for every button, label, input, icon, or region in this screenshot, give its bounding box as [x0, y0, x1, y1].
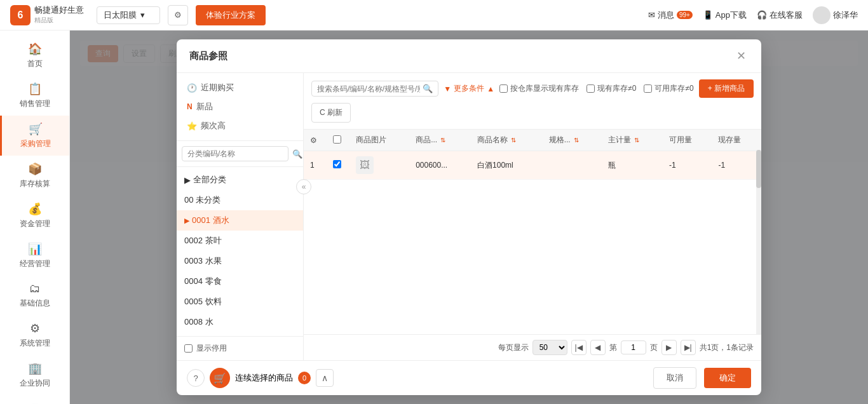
store-selector[interactable]: 日太阳膜 ▾ [97, 6, 160, 24]
cat-all-label: 全部分类 [193, 174, 226, 185]
cart-text: 连续选择的商品 [235, 372, 293, 384]
th-spec[interactable]: 规格... ⇅ [543, 130, 602, 151]
help-button[interactable]: ? [187, 369, 205, 387]
sidebar-item-enterprise[interactable]: 🏢 企业协同 [0, 355, 69, 395]
sidebar-item-guide[interactable]: 📖 新手引导 [0, 395, 69, 404]
search-submit-icon[interactable]: 🔍 [423, 84, 433, 93]
th-available-label: 可用量 [669, 135, 692, 144]
product-table-area: ⚙ 商品图片 商品... ⇅ [304, 130, 761, 334]
scrollbar-thumb [756, 150, 761, 188]
sidebar-label-inventory: 库存核算 [20, 178, 50, 189]
new-icon: N [187, 102, 193, 111]
app-download-button[interactable]: 📱 App下载 [703, 10, 747, 21]
row-select-checkbox[interactable] [333, 160, 341, 168]
warehouse-checkbox[interactable] [499, 84, 508, 93]
enterprise-icon: 🏢 [28, 361, 42, 375]
cat-0004[interactable]: 0004 零食 [177, 271, 303, 292]
th-unit-label: 主计量 [608, 135, 631, 144]
th-settings[interactable]: ⚙ [304, 130, 327, 151]
available-ne0-checkbox[interactable] [644, 84, 652, 93]
product-search-input[interactable] [317, 84, 420, 93]
table-row[interactable]: 1 🖼 000600... 白酒100ml [304, 151, 761, 180]
settings-button[interactable]: ⚙ [168, 5, 188, 25]
user-menu[interactable]: 徐泽华 [813, 6, 858, 24]
th-checkbox [327, 130, 349, 151]
table-body: 1 🖼 000600... 白酒100ml [304, 151, 761, 180]
sidebar-item-basic[interactable]: 🗂 基础信息 [0, 276, 69, 315]
logo-icon: 6 [10, 5, 31, 25]
content-area: 查询 设置 刷新 商品参照 ✕ [70, 30, 868, 404]
collapse-cart-button[interactable]: ∧ [316, 369, 334, 387]
page-size-select[interactable]: 50 100 200 [532, 340, 567, 355]
cat-0002[interactable]: 0002 茶叶 [177, 231, 303, 251]
system-icon: ⚙ [30, 321, 40, 335]
stock-ne0-checkbox[interactable] [587, 84, 595, 93]
sidebar-label-operation: 经营管理 [20, 259, 50, 269]
sidebar-item-home[interactable]: 🏠 首页 [0, 36, 69, 76]
row-spec [543, 151, 602, 180]
image-placeholder: 🖼 [360, 159, 370, 171]
th-spec-label: 规格... [549, 135, 571, 144]
sidebar-item-sales[interactable]: 📋 销售管理 [0, 76, 69, 116]
page-number-input[interactable] [621, 340, 646, 354]
product-thumbnail: 🖼 [356, 156, 374, 174]
new-product-link[interactable]: N 新品 [182, 97, 298, 116]
cat-0005[interactable]: 0005 饮料 [177, 292, 303, 312]
add-product-button[interactable]: + 新增商品 [699, 79, 754, 98]
guide-icon: 📖 [28, 401, 42, 404]
cancel-button[interactable]: 取消 [653, 367, 696, 389]
first-page-button[interactable]: |◀ [571, 340, 587, 355]
trial-button[interactable]: 体验行业方案 [196, 5, 266, 25]
cat-all[interactable]: ▶ 全部分类 [177, 170, 303, 190]
search-icon[interactable]: 🔍 [292, 149, 302, 159]
sidebar-item-finance[interactable]: 💰 资金管理 [0, 196, 69, 236]
refresh-button[interactable]: C 刷新 [311, 103, 351, 123]
logo: 6 畅捷通好生意 精品版 [10, 5, 84, 25]
th-name[interactable]: 商品名称 ⇅ [471, 130, 543, 151]
headset-icon: 🎧 [757, 10, 767, 20]
table-toolbar: 🔍 ▼ 更多条件 ▲ 按仓库显示现有库存 [304, 73, 761, 130]
recent-purchase-link[interactable]: 🕐 近期购买 [182, 78, 298, 97]
sidebar-item-inventory[interactable]: 📦 库存核算 [0, 156, 69, 196]
vertical-scrollbar[interactable] [756, 150, 761, 334]
app-icon: 📱 [703, 10, 713, 20]
main-layout: 🏠 首页 📋 销售管理 🛒 采购管理 📦 库存核算 💰 资金管理 📊 经营管理 … [0, 30, 868, 404]
cat-0003[interactable]: 0003 水果 [177, 251, 303, 271]
th-code[interactable]: 商品... ⇅ [409, 130, 471, 151]
collapse-button[interactable]: « [296, 179, 311, 194]
modal-footer: ? 🛒 连续选择的商品 0 ∧ 取消 确定 [177, 360, 761, 395]
modal-header: 商品参照 ✕ [177, 39, 761, 73]
available-ne0-text: 可用库存≠0 [654, 83, 693, 94]
last-page-button[interactable]: ▶| [681, 340, 696, 355]
cat-0008[interactable]: 0008 水 [177, 312, 303, 332]
filter-arrow-icon: ▲ [487, 84, 494, 93]
cat-00[interactable]: 00 未分类 [177, 190, 303, 210]
cat-00-label: 00 未分类 [184, 194, 220, 206]
online-service-button[interactable]: 🎧 在线客服 [757, 10, 803, 21]
select-all-checkbox[interactable] [333, 135, 341, 144]
confirm-button[interactable]: 确定 [704, 368, 751, 388]
more-filter-button[interactable]: ▼ 更多条件 ▲ [444, 83, 494, 94]
prev-page-button[interactable]: ◀ [590, 340, 606, 355]
sidebar-label-finance: 资金管理 [20, 219, 50, 229]
show-disabled-checkbox[interactable] [184, 344, 193, 353]
sort-spec-icon: ⇅ [574, 137, 579, 144]
message-icon: ✉ [648, 10, 655, 20]
modal-close-button[interactable]: ✕ [733, 48, 749, 64]
sidebar-label-home: 首页 [27, 58, 43, 69]
cart-count-badge: 0 [298, 372, 311, 384]
cat-0004-label: 0004 零食 [184, 276, 222, 287]
home-icon: 🏠 [28, 42, 42, 56]
row-checkbox [327, 151, 349, 180]
th-image: 商品图片 [349, 130, 409, 151]
sidebar-item-system[interactable]: ⚙ 系统管理 [0, 315, 69, 355]
cart-button[interactable]: 🛒 [210, 368, 230, 388]
sidebar-item-operation[interactable]: 📊 经营管理 [0, 236, 69, 276]
frequent-link[interactable]: ⭐ 频次高 [182, 116, 298, 135]
category-search-input[interactable] [182, 146, 288, 161]
th-unit[interactable]: 主计量 ⇅ [602, 130, 663, 151]
sidebar-item-purchase[interactable]: 🛒 采购管理 [0, 116, 69, 156]
cat-0001[interactable]: ▶ 0001 酒水 [177, 210, 303, 231]
messages-button[interactable]: ✉ 消息 99+ [648, 10, 693, 21]
next-page-button[interactable]: ▶ [661, 340, 677, 355]
